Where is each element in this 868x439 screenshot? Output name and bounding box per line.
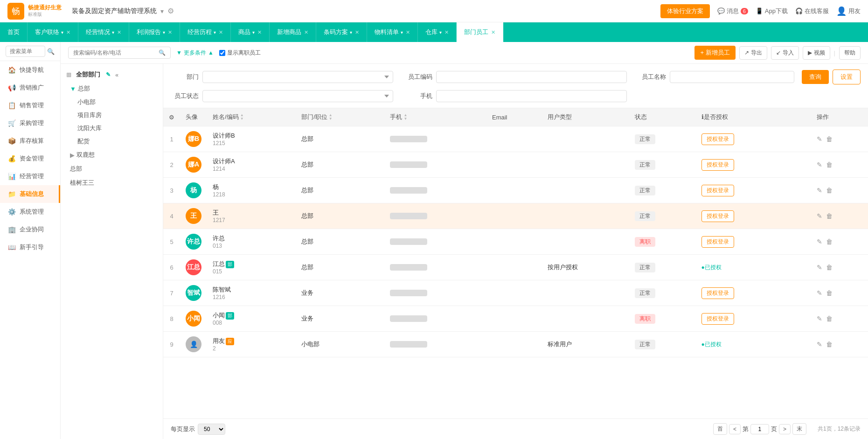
dept-item-zhishuwangsan[interactable]: 植树王三 (61, 176, 163, 190)
delete-icon[interactable]: 🗑 (826, 135, 833, 143)
tab-close-icon[interactable]: ✕ (257, 29, 262, 35)
edit-icon[interactable]: ✎ (817, 238, 822, 245)
col-settings[interactable]: ⚙ (163, 108, 180, 126)
auth-button[interactable]: 授权登录 (701, 185, 734, 196)
dept-sub-peihuo[interactable]: 配货 (61, 135, 163, 148)
export-button[interactable]: ↗ 导出 (739, 46, 767, 60)
dept-sub-shenyangdaku[interactable]: 沈阳大库 (61, 122, 163, 135)
emp-name-input[interactable] (670, 71, 794, 83)
dropdown-arrow-icon[interactable]: ▾ (160, 7, 164, 15)
col-dept-position[interactable]: 部门/职位 ▲▼ (296, 108, 384, 126)
query-button[interactable]: 查询 (802, 70, 829, 84)
delete-icon[interactable]: 🗑 (826, 315, 833, 322)
emp-status-select[interactable] (202, 90, 393, 102)
next-page-btn[interactable]: > (779, 424, 791, 434)
sidebar-item-basic-info[interactable]: 📁 基础信息 (0, 185, 60, 203)
delete-icon[interactable]: 🗑 (826, 161, 833, 168)
page-size-select[interactable]: 50 10 20 100 (198, 424, 225, 435)
edit-icon[interactable]: ✎ (817, 135, 822, 143)
tab-close-icon[interactable]: ✕ (168, 29, 172, 35)
edit-icon[interactable]: ✎ (817, 161, 822, 168)
online-service-item[interactable]: 🎧 在线客服 (795, 7, 829, 15)
gear-icon[interactable]: ⚙ (167, 7, 174, 15)
sidebar-item-sales[interactable]: 📋 销售管理 (0, 97, 60, 114)
sidebar-item-guide[interactable]: 📖 新手引导 (0, 238, 60, 256)
delete-icon[interactable]: 🗑 (826, 341, 833, 348)
app-download-item[interactable]: 📱 App下载 (756, 7, 788, 15)
delete-icon[interactable]: 🗑 (826, 212, 833, 220)
tab-new-goods[interactable]: 新增商品 ✕ (270, 22, 316, 42)
edit-icon[interactable]: ✎ (817, 264, 822, 271)
auth-button[interactable]: 授权登录 (701, 159, 734, 171)
tab-warehouse[interactable]: 仓库 ▾ ✕ (418, 22, 457, 42)
dept-sub-xiaodibu[interactable]: 小电部 (61, 96, 163, 109)
delete-icon[interactable]: 🗑 (826, 289, 833, 297)
settings-icon[interactable]: ⚙ (169, 114, 174, 121)
edit-icon[interactable]: ✎ (817, 212, 822, 220)
tab-operations[interactable]: 经营情况 ▾ ✕ (78, 22, 129, 42)
edit-icon[interactable]: ✎ (817, 289, 822, 297)
emp-code-input[interactable] (436, 71, 627, 83)
search-input[interactable] (73, 49, 156, 56)
auth-button[interactable]: 授权登录 (701, 313, 734, 325)
first-page-btn[interactable]: 首 (713, 423, 727, 435)
dept-item-zongbu2[interactable]: 总部 (61, 162, 163, 176)
sidebar-item-finance[interactable]: 💰 资金管理 (0, 150, 60, 167)
tab-employees[interactable]: 部门员工 ✕ (457, 22, 503, 42)
tab-close-icon[interactable]: ✕ (444, 29, 449, 35)
delete-icon[interactable]: 🗑 (826, 238, 833, 245)
sidebar-search-input[interactable] (6, 46, 45, 57)
tab-close-icon[interactable]: ✕ (491, 29, 495, 35)
tab-close-icon[interactable]: ✕ (117, 29, 121, 35)
view-button[interactable]: ▶ 视频 (803, 46, 830, 60)
tab-close-icon[interactable]: ✕ (406, 29, 410, 35)
auth-button[interactable]: 授权登录 (701, 133, 734, 145)
sidebar-item-operations[interactable]: 📊 经营管理 (0, 167, 60, 185)
sidebar-item-enterprise[interactable]: 🏢 企业协同 (0, 221, 60, 238)
sidebar-item-marketing[interactable]: 📢 营销推广 (0, 79, 60, 97)
auth-button[interactable]: 授权登录 (701, 287, 734, 299)
phone-input[interactable] (436, 90, 627, 102)
tab-home[interactable]: 首页 (0, 22, 28, 42)
delete-icon[interactable]: 🗑 (826, 264, 833, 271)
last-page-btn[interactable]: 末 (792, 423, 806, 435)
experience-button[interactable]: 体验行业方案 (660, 4, 710, 18)
tab-customer[interactable]: 客户联络 ▾ ✕ (28, 22, 78, 42)
page-number-input[interactable] (750, 424, 769, 434)
dept-select[interactable] (202, 71, 393, 83)
message-item[interactable]: 💬 消息 6 (717, 7, 748, 15)
tab-close-icon[interactable]: ✕ (219, 29, 223, 35)
set-button[interactable]: 设置 (833, 70, 861, 84)
tab-close-icon[interactable]: ✕ (304, 29, 308, 35)
show-resigned-toggle[interactable]: 显示离职员工 (219, 49, 261, 57)
sidebar-item-system[interactable]: ⚙️ 系统管理 (0, 203, 60, 221)
tab-barcode[interactable]: 条码方案 ▾ ✕ (316, 22, 367, 42)
tab-goods[interactable]: 商品 ▾ ✕ (231, 22, 270, 42)
show-resigned-checkbox[interactable] (219, 50, 225, 56)
more-conditions-btn[interactable]: ▼ 更多条件 ▲ (176, 49, 214, 57)
edit-dept-icon[interactable]: ✎ (106, 71, 111, 78)
prev-page-btn[interactable]: < (729, 424, 741, 434)
edit-icon[interactable]: ✎ (817, 315, 822, 322)
dept-sub-xiangmukufang[interactable]: 项目库房 (61, 109, 163, 122)
user-item[interactable]: 👤 用友 (836, 6, 861, 16)
add-employee-button[interactable]: + 新增员工 (694, 46, 735, 60)
dept-item-zongbu[interactable]: ▼ 总部 (61, 82, 163, 96)
edit-icon[interactable]: ✎ (817, 341, 822, 348)
tab-close-icon[interactable]: ✕ (355, 29, 359, 35)
edit-icon[interactable]: ✎ (817, 187, 822, 194)
collapse-tree-icon[interactable]: « (115, 71, 118, 78)
dept-item-shuangluxiang[interactable]: ▶ 双鹿想 (61, 148, 163, 162)
tab-close-icon[interactable]: ✕ (66, 29, 70, 35)
import-button[interactable]: ↙ 导入 (771, 46, 799, 60)
all-dept-label[interactable]: 全部部门 (76, 70, 100, 79)
delete-icon[interactable]: 🗑 (826, 187, 833, 194)
sidebar-item-quick-nav[interactable]: 🏠 快捷导航 (0, 61, 60, 79)
tab-profit[interactable]: 利润报告 ▾ ✕ (129, 22, 180, 42)
tab-journey[interactable]: 经营历程 ▾ ✕ (180, 22, 231, 42)
sidebar-item-purchase[interactable]: 🛒 采购管理 (0, 114, 60, 132)
tab-bom[interactable]: 物料清单 ▾ ✕ (367, 22, 418, 42)
help-button[interactable]: 帮助 (839, 46, 861, 60)
col-phone[interactable]: 手机 ▲▼ (384, 108, 486, 126)
auth-button[interactable]: 授权登录 (701, 210, 734, 222)
